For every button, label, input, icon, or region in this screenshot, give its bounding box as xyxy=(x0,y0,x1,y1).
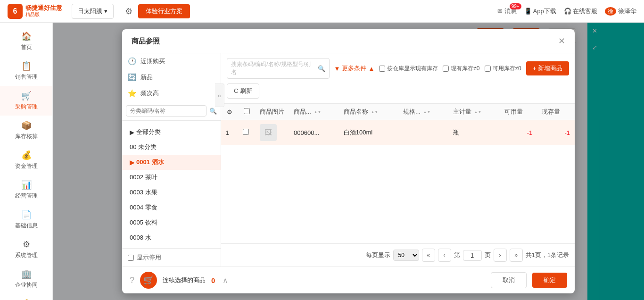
th-name[interactable]: 商品名称 ▲▼ xyxy=(339,104,398,120)
next-page-btn[interactable]: › xyxy=(494,249,507,262)
navbar-right: ✉ 消息 99+ 📱 App下载 🎧 在线客服 徐 徐泽华 xyxy=(497,7,636,16)
table-row[interactable]: 1 🖼 xyxy=(221,120,575,145)
finance-icon: 💰 xyxy=(21,150,32,160)
store-name: 日太阳膜 xyxy=(78,7,102,16)
sidebar-item-home[interactable]: 🏠 首页 xyxy=(0,26,52,56)
store-selector[interactable]: 日太阳膜 ▾ xyxy=(72,4,114,19)
settings-icon[interactable]: ⚙ xyxy=(125,6,132,17)
cat-0008[interactable]: 0008 水 xyxy=(122,230,221,245)
last-page-btn[interactable]: » xyxy=(510,249,523,262)
column-settings-icon[interactable]: ⚙ xyxy=(227,108,232,116)
show-disabled-checkbox[interactable] xyxy=(128,255,134,261)
page-size-select[interactable]: 50 10 20 100 xyxy=(393,250,419,261)
help-icon[interactable]: ? xyxy=(130,275,134,285)
cancel-button[interactable]: 取消 xyxy=(491,272,527,288)
sidebar: 🏠 首页 📋 销售管理 🛒 采购管理 📦 库存核算 💰 资金管理 📊 经营管理 … xyxy=(0,23,53,300)
row-checkbox[interactable] xyxy=(243,129,249,135)
modal-overlay: 商品参照 ✕ 🕐 近期购买 🔄 xyxy=(53,23,644,300)
sidebar-item-sales[interactable]: 📋 销售管理 xyxy=(0,56,52,86)
refresh-button[interactable]: C 刷新 xyxy=(227,83,259,99)
quick-filter-recent[interactable]: 🕐 近期购买 xyxy=(122,53,221,69)
th-spec[interactable]: 规格... ▲▼ xyxy=(398,104,448,120)
category-search-icon[interactable]: 🔍 xyxy=(209,108,217,115)
product-image: 🖼 xyxy=(260,124,277,141)
table-header-row: ⚙ 商品图片 商品... ▲▼ xyxy=(221,104,575,120)
left-panel-collapse-btn[interactable]: « xyxy=(215,83,224,107)
message-icon: ✉ xyxy=(497,8,503,15)
system-icon: ⚙ xyxy=(23,239,30,250)
sidebar-item-purchase[interactable]: 🛒 采购管理 xyxy=(0,86,52,116)
show-disabled-label: 显示停用 xyxy=(137,253,161,262)
available-stock-filter[interactable]: 可用库存≠0 xyxy=(485,65,521,73)
trial-btn[interactable]: 体验行业方案 xyxy=(138,4,190,18)
filter-arrow-icon: ▲ xyxy=(368,65,374,72)
modal-body: 🕐 近期购买 🔄 新品 ⭐ 频次高 xyxy=(122,53,575,267)
cat-00[interactable]: 00 未分类 xyxy=(122,140,221,155)
messages-wrap[interactable]: ✉ 消息 99+ xyxy=(497,7,517,16)
phone-icon: 📱 xyxy=(524,8,532,15)
product-table: ⚙ 商品图片 商品... ▲▼ xyxy=(221,104,575,145)
sidebar-item-finance[interactable]: 💰 资金管理 xyxy=(0,145,52,175)
sort-arrows-unit: ▲▼ xyxy=(474,110,481,114)
warehouse-stock-filter[interactable]: 按仓库显示现有库存 xyxy=(379,65,438,73)
headset-icon: 🎧 xyxy=(564,8,571,15)
category-tree: ▶ 全部分类 00 未分类 ▶ 0001 酒水 0002 茶 xyxy=(122,121,221,248)
cat-0002[interactable]: 0002 茶叶 xyxy=(122,170,221,185)
more-filters-btn[interactable]: ▼ 更多条件 ▲ xyxy=(334,64,375,73)
product-reference-modal: 商品参照 ✕ 🕐 近期购买 🔄 xyxy=(122,29,575,293)
td-stock: -1 xyxy=(537,120,575,145)
total-info: 共1页，1条记录 xyxy=(526,251,569,259)
sidebar-item-enterprise[interactable]: 🏢 企业协同 xyxy=(0,264,52,294)
app-download[interactable]: 📱 App下载 xyxy=(524,7,556,16)
selected-label: 连续选择的商品 xyxy=(163,276,206,284)
page-suffix: 页 xyxy=(485,251,491,259)
navbar: 6 畅捷通好生意 精品版 日太阳膜 ▾ ⚙ 体验行业方案 ✉ 消息 99+ 📱 … xyxy=(0,0,644,23)
online-service[interactable]: 🎧 在线客服 xyxy=(564,7,598,16)
selected-count: 0 xyxy=(211,276,215,284)
sidebar-item-system[interactable]: ⚙ 系统管理 xyxy=(0,234,52,264)
modal-right-panel: 搜索条码/编码/名称/规格型号/别名 🔍 ▼ 更多条件 ▲ 按仓库显示现有库存 xyxy=(221,53,575,267)
current-stock-filter[interactable]: 现有库存≠0 xyxy=(443,65,479,73)
td-check xyxy=(238,120,255,145)
quick-filter-label: 近期购买 xyxy=(140,57,165,66)
quick-filter-frequent[interactable]: ⭐ 频次高 xyxy=(122,85,221,101)
sidebar-item-operations[interactable]: 📊 经营管理 xyxy=(0,175,52,205)
sidebar-item-label: 采购管理 xyxy=(15,103,38,111)
th-image: 商品图片 xyxy=(255,104,289,120)
product-search-bar[interactable]: 搜索条码/编码/名称/规格型号/别名 🔍 xyxy=(227,58,330,79)
cat-0001[interactable]: ▶ 0001 酒水 xyxy=(122,155,221,170)
quick-filter-new[interactable]: 🔄 新品 xyxy=(122,69,221,85)
quick-filter-label: 频次高 xyxy=(140,89,159,98)
inventory-icon: 📦 xyxy=(21,120,32,131)
select-all-checkbox[interactable] xyxy=(244,108,250,114)
category-search-input[interactable] xyxy=(126,105,206,117)
add-product-button[interactable]: + 新增商品 xyxy=(526,61,569,75)
cat-0005[interactable]: 0005 饮料 xyxy=(122,215,221,230)
sidebar-item-label: 库存核算 xyxy=(15,133,38,141)
th-code[interactable]: 商品... ▲▼ xyxy=(289,104,339,120)
footer-collapse-icon[interactable]: ∧ xyxy=(223,276,228,285)
modal-left-panel: 🕐 近期购买 🔄 新品 ⭐ 频次高 xyxy=(122,53,221,267)
sidebar-item-label: 销售管理 xyxy=(15,73,38,81)
th-unit[interactable]: 主计量 ▲▼ xyxy=(448,104,500,120)
sidebar-item-basic-info[interactable]: 📄 基础信息 xyxy=(0,205,52,234)
sidebar-item-guide[interactable]: 🔔 新手引导 xyxy=(0,294,52,300)
user-info[interactable]: 徐 徐泽华 xyxy=(605,7,636,16)
td-spec xyxy=(398,120,448,145)
sidebar-item-label: 系统管理 xyxy=(15,251,38,259)
cart-icon[interactable]: 🛒 xyxy=(140,272,157,289)
current-stock-checkbox[interactable] xyxy=(443,66,449,72)
td-available: -1 xyxy=(500,120,537,145)
available-stock-checkbox[interactable] xyxy=(485,66,491,72)
first-page-btn[interactable]: « xyxy=(422,249,435,262)
prev-page-btn[interactable]: ‹ xyxy=(438,249,451,262)
main-layout: 🏠 首页 📋 销售管理 🛒 采购管理 📦 库存核算 💰 资金管理 📊 经营管理 … xyxy=(0,23,644,300)
cat-0004[interactable]: 0004 零食 xyxy=(122,200,221,215)
cat-all[interactable]: ▶ 全部分类 xyxy=(122,125,221,140)
page-number-input[interactable] xyxy=(463,250,482,261)
sidebar-item-inventory[interactable]: 📦 库存核算 xyxy=(0,116,52,145)
cat-0003[interactable]: 0003 水果 xyxy=(122,185,221,200)
modal-close-button[interactable]: ✕ xyxy=(558,36,565,46)
warehouse-stock-checkbox[interactable] xyxy=(379,66,385,72)
confirm-button[interactable]: 确定 xyxy=(532,273,567,288)
